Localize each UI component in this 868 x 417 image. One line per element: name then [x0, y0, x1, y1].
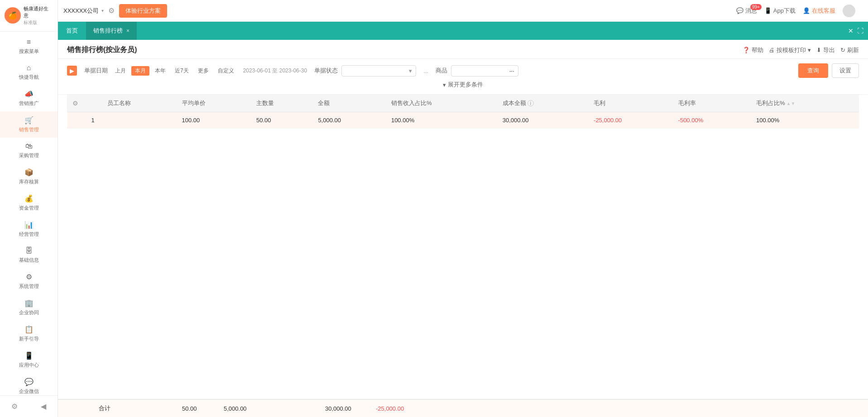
logo-icon: 🍊 — [5, 7, 21, 24]
tab-sales-ranking[interactable]: 销售排行榜 × — [86, 22, 137, 40]
message-btn[interactable]: 💬 消息 99+ — [736, 7, 757, 15]
goods-select-more: ··· — [509, 67, 514, 74]
th-avg-price: 平均单价 — [177, 95, 251, 112]
sidebar-item-marketing-label: 营销推广 — [19, 100, 39, 107]
row-qty-cell: 50.00 — [251, 112, 312, 129]
gross-pct-sort-icon[interactable]: ▲▼ — [786, 101, 796, 106]
th-sales-pct: 销售收入占比% — [386, 95, 497, 112]
sidebar-item-apps[interactable]: 📱 应用中心 — [0, 347, 58, 373]
sidebar-item-operation-label: 经营管理 — [19, 231, 39, 238]
goods-filter-label: 商品 — [436, 67, 447, 75]
th-employee-name: 员工名称 — [102, 95, 177, 112]
row-sales-pct-cell: 100.00% — [386, 112, 497, 129]
topbar-settings-icon[interactable]: ⚙ — [108, 6, 115, 15]
app-download-btn[interactable]: 📱 App下载 — [764, 7, 796, 15]
export-label: 导出 — [823, 46, 835, 54]
export-btn[interactable]: ⬇ 导出 — [816, 46, 835, 54]
date-custom-btn[interactable]: 自定义 — [214, 66, 238, 76]
table-footer: 合计 50.00 5,000.00 30,000.00 -25,000.00 — [58, 399, 868, 417]
date-current-year[interactable]: 本年 — [151, 66, 169, 76]
date-current-month[interactable]: 本月 — [131, 66, 149, 76]
table-header-row: ⚙ 员工名称 平均单价 主数量 全额 销售收入占比% 成本全额 i — [67, 95, 859, 112]
logo-text-group: 畅康通好生意 标准版 — [24, 5, 53, 26]
sidebar-item-quick-nav[interactable]: ⌂ 快捷导航 — [0, 59, 58, 85]
setting-button[interactable]: 设置 — [832, 63, 859, 78]
tab-close-btn[interactable]: × — [126, 28, 129, 34]
action-buttons: 查询 设置 — [798, 63, 859, 78]
sidebar-item-enterprise-label: 企业协同 — [19, 309, 39, 316]
table-body: 1 100.00 50.00 5,000.00 100.00% 30,000.0… — [67, 112, 859, 129]
date-more-btn[interactable]: 更多 — [194, 66, 212, 76]
refresh-btn[interactable]: ↻ 刷新 — [840, 46, 859, 54]
date-last-7-days[interactable]: 近7天 — [171, 66, 192, 76]
sidebar-item-operation[interactable]: 📊 经营管理 — [0, 216, 58, 242]
sidebar-item-basic-label: 基础信息 — [19, 257, 39, 264]
th-settings[interactable]: ⚙ — [67, 95, 84, 112]
message-badge: 99+ — [750, 4, 762, 10]
wechat-icon: 💬 — [24, 378, 34, 386]
date-prev-month[interactable]: 上月 — [111, 66, 129, 76]
sidebar-item-system-label: 系统管理 — [19, 283, 39, 290]
tab-home[interactable]: 首页 — [58, 22, 86, 40]
sidebar-item-purchase[interactable]: 🛍 采购管理 — [0, 138, 58, 163]
sidebar-collapse-btn[interactable]: ◀ — [38, 399, 49, 413]
filter-expand-row: ▾ 展开更多条件 — [67, 78, 859, 90]
sidebar-item-finance[interactable]: 💰 资金管理 — [0, 190, 58, 216]
company-dropdown-arrow: ▾ — [101, 8, 104, 13]
sidebar-item-sales[interactable]: 🛒 销售管理 — [0, 111, 58, 138]
print-dropdown-arrow: ▾ — [808, 47, 811, 53]
help-btn[interactable]: ❓ 帮助 — [743, 46, 763, 54]
filter-toggle-btn[interactable]: ▶ — [67, 66, 77, 76]
table-area: ⚙ 员工名称 平均单价 主数量 全额 销售收入占比% 成本全额 i — [58, 95, 868, 399]
row-name-cell — [102, 112, 177, 129]
row-amount-cell: 5,000.00 — [312, 112, 386, 129]
topbar: XXXXXX公司 ▾ ⚙ 体验行业方案 💬 消息 99+ 📱 App下载 👤 在… — [58, 0, 868, 22]
column-settings-icon[interactable]: ⚙ — [72, 100, 78, 107]
sidebar-item-inventory[interactable]: 📦 库存核算 — [0, 163, 58, 190]
sidebar-item-basic[interactable]: 🗄 基础信息 — [0, 242, 58, 268]
sidebar-settings-btn[interactable]: ⚙ — [9, 399, 20, 413]
basic-icon: 🗄 — [25, 247, 33, 255]
date-filter-label: 单据日期 — [84, 67, 108, 75]
window-expand-btn[interactable]: ⛶ — [857, 27, 863, 34]
operation-icon: 📊 — [24, 220, 34, 229]
footer-total-row: 合计 50.00 5,000.00 30,000.00 -25,000.00 — [58, 400, 868, 417]
sidebar-item-apps-label: 应用中心 — [19, 362, 39, 369]
more-filter-btn[interactable]: ... — [423, 67, 428, 74]
home-icon: ⌂ — [27, 64, 31, 72]
th-gross-pct: 毛利占比% ▲▼ — [751, 95, 859, 112]
th-gross-pct-label: 毛利占比% — [756, 99, 785, 107]
expand-label: 展开更多条件 — [448, 81, 483, 89]
status-filter-label: 单据状态 — [314, 67, 338, 75]
refresh-icon: ↻ — [840, 47, 845, 53]
window-close-btn[interactable]: ✕ — [848, 27, 854, 34]
query-button[interactable]: 查询 — [798, 63, 828, 78]
logo-badge: 标准版 — [24, 19, 53, 26]
expand-conditions-btn[interactable]: ▾ 展开更多条件 — [443, 81, 483, 89]
goods-select[interactable]: ··· — [451, 65, 518, 77]
sidebar-item-guide[interactable]: 📋 新手引导 — [0, 321, 58, 347]
sidebar-item-enterprise[interactable]: 🏢 企业协同 — [0, 294, 58, 321]
status-select-arrow: ▾ — [409, 67, 412, 74]
trial-button[interactable]: 体验行业方案 — [119, 4, 167, 18]
print-btn[interactable]: 🖨 按模板打印 ▾ — [769, 46, 811, 54]
sidebar-item-wechat[interactable]: 💬 企业微信 — [0, 373, 58, 395]
status-select[interactable]: ▾ — [341, 65, 416, 77]
company-selector[interactable]: XXXXXX公司 ▾ — [63, 7, 104, 15]
topbar-right: 💬 消息 99+ 📱 App下载 👤 在线客服 — [736, 5, 863, 17]
service-label: 在线客服 — [812, 7, 835, 15]
sidebar-item-marketing[interactable]: 📣 营销推广 — [0, 85, 58, 111]
online-service-btn[interactable]: 👤 在线客服 — [803, 7, 835, 15]
cost-info-icon[interactable]: i — [528, 100, 534, 106]
user-avatar[interactable] — [843, 5, 855, 17]
row-rank-cell: 1 — [84, 112, 102, 129]
th-cost: 成本全额 i — [497, 95, 588, 112]
tabbar-window-controls: ✕ ⛶ — [848, 27, 868, 34]
guide-icon: 📋 — [24, 325, 34, 334]
th-rank — [84, 95, 102, 112]
sidebar-item-system[interactable]: ⚙ 系统管理 — [0, 268, 58, 294]
finance-icon: 💰 — [24, 194, 34, 203]
sidebar-item-search[interactable]: ≡ 搜索菜单 — [0, 34, 58, 59]
sidebar-nav: ≡ 搜索菜单 ⌂ 快捷导航 📣 营销推广 🛒 销售管理 🛍 采购管理 📦 库存核… — [0, 32, 58, 395]
tab-sales-ranking-label: 销售排行榜 — [93, 27, 123, 35]
